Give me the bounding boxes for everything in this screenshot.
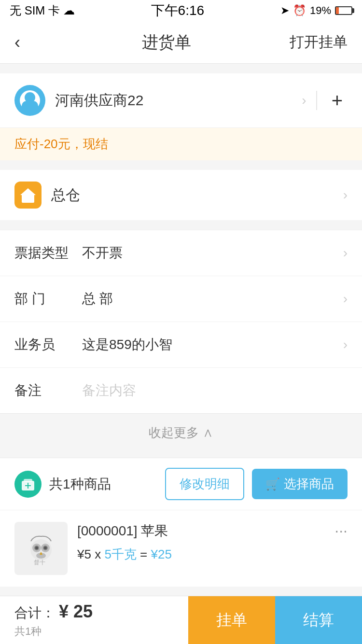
supplier-chevron-icon: › bbox=[302, 93, 306, 108]
supplier-avatar bbox=[14, 85, 45, 116]
total-price: ¥25 bbox=[151, 547, 172, 561]
svg-rect-1 bbox=[24, 479, 32, 482]
invoice-type-label: 票据类型 bbox=[14, 244, 82, 262]
checkout-button[interactable]: 结算 bbox=[275, 596, 362, 644]
product-info: [0000001] 苹果 ¥5 x 5千克 = ¥25 bbox=[77, 522, 327, 563]
product-price: ¥5 x 5千克 = ¥25 bbox=[77, 546, 327, 563]
more-button[interactable]: ··· bbox=[327, 522, 348, 540]
quantity: 5千克 bbox=[104, 547, 136, 561]
collapse-label: 收起更多 ∧ bbox=[149, 425, 213, 440]
total-label: 合计： bbox=[14, 604, 55, 622]
edit-detail-button[interactable]: 修改明细 bbox=[165, 468, 244, 500]
invoice-type-value: 不开票 bbox=[82, 244, 343, 262]
invoice-chevron-icon: › bbox=[343, 245, 348, 261]
house-body bbox=[22, 195, 34, 203]
battery-label: 19% bbox=[310, 4, 331, 17]
warehouse-row[interactable]: 总仓 › bbox=[0, 170, 362, 220]
sim-label: 无 SIM 卡 ☁ bbox=[10, 3, 75, 18]
owl-svg-icon: 督十 bbox=[24, 532, 58, 565]
house-shape bbox=[20, 188, 36, 202]
svg-text:督十: 督十 bbox=[34, 559, 45, 565]
bottom-bar: 合计： ¥ 25 共1种 挂单 结算 bbox=[0, 596, 362, 644]
department-label: 部 门 bbox=[14, 290, 82, 308]
product-thumbnail: 督十 bbox=[14, 522, 68, 575]
product-count: 共1种商品 bbox=[49, 475, 165, 493]
total-section: 合计： ¥ 25 共1种 bbox=[0, 596, 188, 644]
warehouse-section: 总仓 › bbox=[0, 170, 362, 220]
status-time: 下午6:16 bbox=[151, 1, 205, 20]
unit-price: ¥5 x bbox=[77, 547, 104, 561]
product-name: [0000001] 苹果 bbox=[77, 522, 327, 540]
supplier-section: 河南供应商22 › + 应付-20元，现结 bbox=[0, 73, 362, 160]
department-chevron-icon: › bbox=[343, 291, 348, 307]
supplier-row[interactable]: 河南供应商22 › + bbox=[0, 73, 362, 128]
back-button[interactable]: ‹ bbox=[14, 32, 43, 53]
supplier-divider bbox=[316, 91, 317, 110]
total-sub: 共1种 bbox=[14, 624, 174, 639]
house-roof bbox=[20, 188, 36, 195]
product-header: 共1种商品 修改明细 🛒 选择商品 bbox=[0, 458, 362, 510]
invoice-type-row[interactable]: 票据类型 不开票 › bbox=[0, 230, 362, 276]
equals-sign: = bbox=[140, 547, 151, 561]
product-section: 共1种商品 修改明细 🛒 选择商品 督十 [0 bbox=[0, 458, 362, 587]
warehouse-chevron-icon: › bbox=[343, 187, 348, 203]
remark-label: 备注 bbox=[14, 381, 82, 400]
department-value: 总 部 bbox=[82, 290, 343, 308]
status-right: ➤ ⏰ 19% bbox=[280, 4, 352, 17]
department-row[interactable]: 部 门 总 部 › bbox=[0, 276, 362, 322]
open-pending-button[interactable]: 打开挂单 bbox=[290, 32, 348, 52]
salesman-row[interactable]: 业务员 这是859的小智 › bbox=[0, 322, 362, 367]
total-amount: ¥ 25 bbox=[59, 602, 93, 622]
warehouse-name: 总仓 bbox=[51, 185, 343, 205]
avatar-inner bbox=[20, 90, 40, 111]
form-section: 票据类型 不开票 › 部 门 总 部 › 业务员 这是859的小智 › 备注 备… bbox=[0, 230, 362, 413]
pending-button[interactable]: 挂单 bbox=[188, 596, 275, 644]
product-icon bbox=[14, 471, 42, 498]
page-title: 进货单 bbox=[142, 31, 191, 54]
status-left: 无 SIM 卡 ☁ bbox=[10, 3, 75, 18]
salesman-chevron-icon: › bbox=[343, 337, 348, 352]
status-bar: 无 SIM 卡 ☁ 下午6:16 ➤ ⏰ 19% bbox=[0, 0, 362, 21]
total-main: 合计： ¥ 25 bbox=[14, 602, 174, 622]
remark-placeholder[interactable]: 备注内容 bbox=[82, 381, 348, 400]
select-product-button[interactable]: 🛒 选择商品 bbox=[252, 469, 348, 499]
product-item: 督十 [0000001] 苹果 ¥5 x 5千克 = ¥25 ··· bbox=[0, 510, 362, 587]
svg-point-10 bbox=[44, 546, 47, 549]
cart-icon: 🛒 bbox=[265, 477, 280, 491]
alarm-icon: ⏰ bbox=[293, 4, 306, 17]
svg-point-9 bbox=[35, 546, 38, 549]
battery-icon bbox=[335, 6, 352, 15]
salesman-value: 这是859的小智 bbox=[82, 336, 343, 354]
select-product-label: 选择商品 bbox=[284, 476, 334, 492]
supplier-name: 河南供应商22 bbox=[55, 91, 302, 111]
nav-bar: ‹ 进货单 打开挂单 bbox=[0, 21, 362, 64]
location-icon: ➤ bbox=[280, 4, 289, 17]
collapse-bar[interactable]: 收起更多 ∧ bbox=[0, 413, 362, 452]
salesman-label: 业务员 bbox=[14, 336, 82, 354]
remark-row[interactable]: 备注 备注内容 bbox=[0, 367, 362, 413]
warehouse-icon bbox=[14, 182, 42, 209]
warning-banner: 应付-20元，现结 bbox=[0, 128, 362, 160]
add-supplier-button[interactable]: + bbox=[327, 90, 348, 112]
